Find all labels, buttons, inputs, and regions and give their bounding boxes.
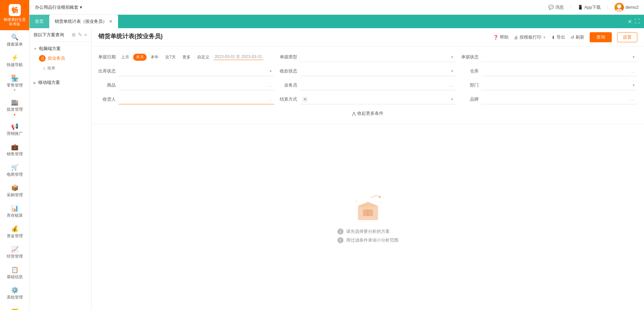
sidebar-item-cooperation[interactable]: 🤝 企业协同 <box>0 304 29 310</box>
scheme-sub-item-order[interactable]: ≡ 按单 <box>30 64 91 73</box>
date-tab-7days[interactable]: 近7天 <box>163 54 178 61</box>
department-input[interactable] <box>484 83 633 88</box>
department-label: 部门 <box>461 82 479 88</box>
outbound-control[interactable]: ▾ <box>118 66 274 76</box>
department-arrow-icon: ▾ <box>633 83 635 88</box>
outbound-input[interactable] <box>121 68 270 73</box>
tab-home[interactable]: 首页 <box>30 15 49 28</box>
print-action[interactable]: 🖨 按模板打印 ▼ <box>514 34 546 40</box>
sidebar-item-marketing[interactable]: 📢 营销推广 <box>0 119 29 140</box>
receiver-input[interactable] <box>121 97 268 102</box>
warehouse-input[interactable] <box>484 68 631 73</box>
mobile-section-title[interactable]: ▶ 移动端方案 <box>30 78 91 87</box>
salesman-dot: 员 <box>39 55 46 62</box>
left-panel-title: 按以下方案查询 <box>34 32 64 38</box>
product-input[interactable] <box>121 83 268 88</box>
sidebar-item-operations[interactable]: 📈 经营管理 <box>0 242 29 263</box>
sidebar-item-label: 搜索菜单 <box>7 42 23 47</box>
message-icon: 💬 <box>548 5 554 10</box>
collapse-button[interactable]: ⋀ 收起更多条件 <box>352 108 383 118</box>
app-download-action[interactable]: 📱 App下载 <box>578 4 601 10</box>
order-icon: ≡ <box>43 66 45 71</box>
breadcrumb-text: 办公用品行业模拟账套 <box>35 4 78 10</box>
salesman-input[interactable] <box>303 83 449 88</box>
sidebar-item-label: 零售管理 <box>7 83 23 88</box>
header-divider2 <box>607 5 608 10</box>
sidebar-item-label: 销售管理 <box>7 151 23 157</box>
basicinfo-icon: 📋 <box>11 266 18 273</box>
edit-scheme-icon[interactable]: ✎ <box>78 32 82 38</box>
outbound-field: 出库状态 ▾ <box>98 66 274 76</box>
payment-label: 收款状态 <box>280 68 297 74</box>
collapse-panel-icon[interactable]: « <box>84 32 87 38</box>
sidebar-item-basicinfo[interactable]: 📋 基础信息 <box>0 263 29 283</box>
brand-control[interactable]: … <box>481 94 637 104</box>
sidebar-item-search[interactable]: 🔍 搜索菜单 <box>0 30 29 51</box>
receiver-control[interactable]: … <box>118 94 274 104</box>
page-title-bar: 销货单统计表(按业务员) ❓ 帮助 🖨 按模板打印 ▼ ⬇ 导出 <box>92 28 644 47</box>
svg-point-8 <box>375 196 376 197</box>
sidebar-item-quicknav[interactable]: ⚡ 快捷导航 <box>0 51 29 71</box>
breadcrumb-dropdown[interactable]: 办公用品行业模拟账套 ▾ <box>35 4 82 10</box>
header-left: 办公用品行业模拟账套 ▾ <box>35 4 82 10</box>
sidebar-item-label: 基础信息 <box>7 274 23 280</box>
warehouse-control[interactable]: … <box>481 66 637 76</box>
brand-input[interactable] <box>484 97 631 102</box>
header-right: 💬 消息 📱 App下载 demo2 <box>548 3 639 12</box>
export-action[interactable]: ⬇ 导出 <box>551 34 565 40</box>
collapse-label: 收起更多条件 <box>357 110 383 116</box>
receiver-label: 收货人 <box>98 96 116 102</box>
sidebar-item-finance[interactable]: 💰 资金管理 <box>0 222 29 242</box>
help-action[interactable]: ❓ 帮助 <box>493 34 508 40</box>
app-download-icon: 📱 <box>578 5 583 10</box>
department-control[interactable]: ▾ <box>481 80 637 90</box>
sidebar-item-system[interactable]: ⚙️ 系统管理 <box>0 283 29 304</box>
docstatus-input[interactable] <box>484 54 633 59</box>
sidebar-item-purchase[interactable]: 📦 采购管理 <box>0 181 29 201</box>
product-control[interactable]: … <box>118 80 274 90</box>
sidebar-item-ecommerce[interactable]: 🛒 电商管理 <box>0 160 29 181</box>
tip-num-1: 1 <box>337 228 343 235</box>
date-range-control: 上月 本月 本年 近7天 更多 自定义 2023-03-01 至 2023-03… <box>118 54 274 61</box>
doctype-input[interactable] <box>303 54 451 59</box>
query-button[interactable]: 查询 <box>590 32 612 42</box>
scheme-item-salesman[interactable]: 员 按业务员 <box>30 53 91 64</box>
date-tab-thismonth[interactable]: 本月 <box>133 54 147 61</box>
date-tab-lastmonth[interactable]: 上月 <box>118 54 132 61</box>
sidebar-item-retail[interactable]: 🏪 零售管理 ▼ <box>0 71 29 95</box>
content-area: 按以下方案查询 ⊕ ✎ « ▼ 电脑端方案 员 按业务员 ≡ 按 <box>30 28 644 310</box>
empty-tip-2: 2 用过滤条件来缩小分析范围 <box>337 237 398 243</box>
sidebar-item-label: 快捷导航 <box>7 62 23 68</box>
date-tab-custom[interactable]: 自定义 <box>195 54 212 61</box>
settlement-arrow-icon: ▾ <box>451 97 453 102</box>
tab-fullscreen-icon[interactable]: ⛶ <box>635 18 640 24</box>
settlement-field: 结算方式 × ▾ <box>280 94 456 104</box>
tab-sales-stat[interactable]: 销货单统计表（按业务员） ✕ <box>49 15 118 28</box>
tab-close-all-icon[interactable]: ✕ <box>628 18 632 25</box>
message-action[interactable]: 💬 消息 <box>548 4 564 10</box>
sidebar-item-wholesale[interactable]: 🏬 批发管理 ▲ <box>0 95 29 119</box>
salesman-control[interactable]: … <box>300 80 456 90</box>
logo-icon: 畅 <box>9 4 21 16</box>
date-tab-thisyear[interactable]: 本年 <box>148 54 161 61</box>
date-tab-more[interactable]: 更多 <box>180 54 193 61</box>
tab-close-icon[interactable]: ✕ <box>109 19 112 24</box>
desktop-section-title[interactable]: ▼ 电脑端方案 <box>30 44 91 53</box>
settlement-control[interactable]: × ▾ <box>300 94 456 104</box>
payment-input[interactable] <box>303 68 451 73</box>
doctype-label: 单据类型 <box>280 54 297 60</box>
setting-button[interactable]: 设置 <box>617 32 637 42</box>
payment-control[interactable]: ▾ <box>300 66 456 76</box>
salesman-field: 业务员 … <box>280 80 456 90</box>
add-scheme-icon[interactable]: ⊕ <box>71 32 76 38</box>
docstatus-control[interactable]: ▾ <box>481 52 637 62</box>
settlement-tag-icon: × <box>304 97 306 102</box>
sidebar-item-sales[interactable]: 💼 销售管理 <box>0 140 29 160</box>
date-tabs: 上月 本月 本年 近7天 更多 自定义 <box>118 54 212 61</box>
user-profile[interactable]: demo2 <box>614 3 639 12</box>
doctype-control[interactable]: ▾ <box>300 52 456 62</box>
sidebar-item-inventory[interactable]: 📊 库存核算 <box>0 201 29 222</box>
sidebar-logo[interactable]: 畅 畅捷通好生意标准版 <box>0 0 30 30</box>
outbound-arrow-icon: ▾ <box>270 69 272 73</box>
refresh-action[interactable]: ↺ 刷新 <box>571 34 584 40</box>
